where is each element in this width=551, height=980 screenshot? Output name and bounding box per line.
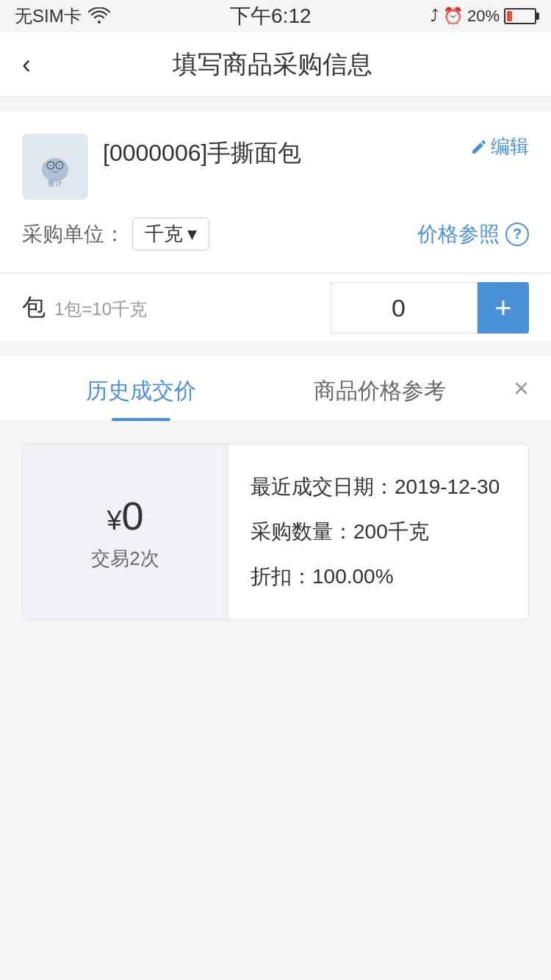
quantity-hint: 1包=10千克 — [54, 298, 147, 321]
history-trades: 交易2次 — [91, 546, 159, 572]
status-bar: 无SIM卡 下午6:12 ⤴ ⏰ 20% — [0, 0, 551, 32]
tab-history-price[interactable]: 历史成交价 — [22, 356, 260, 421]
quantity-unit-info: 包 1包=10千克 — [22, 292, 147, 324]
quantity-unit: 包 — [22, 292, 46, 324]
history-qty-row: 采购数量：200千克 — [251, 516, 506, 549]
history-section: ¥0 交易2次 最近成交日期：2019-12-30 采购数量：200千克 折扣：… — [0, 422, 551, 862]
tab-history-label: 历史成交价 — [86, 378, 196, 403]
product-thumb-icon: 鲁计 — [33, 145, 77, 189]
product-info: 鲁计 [0000006]手撕面包 — [22, 134, 301, 200]
battery-icon — [504, 8, 536, 24]
dropdown-arrow-icon: ▾ — [187, 223, 197, 245]
quantity-plus-button[interactable]: + — [478, 282, 529, 334]
product-name: [0000006]手撕面包 — [103, 134, 301, 170]
edit-label: 编辑 — [491, 134, 529, 159]
price-ref-button[interactable]: 价格参照 ? — [417, 220, 529, 248]
edit-button[interactable]: 编辑 — [470, 134, 529, 159]
svg-point-5 — [50, 165, 52, 167]
recent-date-label: 最近成交日期： — [251, 475, 395, 498]
tabs-close-button[interactable]: × — [499, 359, 529, 419]
status-time: 下午6:12 — [230, 2, 311, 30]
quantity-input[interactable] — [331, 282, 478, 334]
unit-selector[interactable]: 千克 ▾ — [132, 217, 209, 251]
edit-icon — [470, 138, 488, 156]
page-title: 填写商品采购信息 — [53, 48, 492, 82]
alarm-icon: ⏰ — [443, 7, 463, 26]
quantity-row: 包 1包=10千克 + — [0, 275, 551, 341]
product-thumbnail: 鲁计 — [22, 134, 88, 200]
history-date-row: 最近成交日期：2019-12-30 — [251, 471, 506, 504]
unit-label: 采购单位： 千克 ▾ — [22, 217, 209, 251]
info-icon: ? — [505, 223, 529, 246]
purchase-qty-label: 采购数量： — [251, 520, 353, 543]
product-card: 鲁计 [0000006]手撕面包 编辑 采购单位： 千克 ▾ 价格参照 ? — [0, 112, 551, 273]
history-discount-row: 折扣：100.00% — [251, 561, 506, 594]
status-right: ⤴ ⏰ 20% — [431, 7, 536, 26]
discount-value: 100.00% — [312, 565, 394, 588]
quantity-input-group: + — [331, 282, 529, 334]
svg-text:鲁计: 鲁计 — [48, 179, 62, 187]
tab-price-ref-label: 商品价格参考 — [314, 378, 446, 403]
svg-point-0 — [42, 158, 68, 181]
recent-date-value: 2019-12-30 — [395, 475, 500, 498]
tabs-bar: 历史成交价 商品价格参考 × — [0, 356, 551, 422]
unit-value: 千克 — [145, 221, 183, 247]
history-price-value: ¥0 — [107, 493, 143, 538]
carrier-text: 无SIM卡 — [15, 4, 82, 28]
svg-point-6 — [59, 165, 61, 167]
price-ref-label: 价格参照 — [417, 220, 500, 248]
tab-product-price-ref[interactable]: 商品价格参考 — [260, 356, 498, 421]
history-price-panel: ¥0 交易2次 — [23, 444, 228, 619]
wifi-icon — [87, 7, 111, 25]
purchase-qty-value: 200千克 — [353, 520, 429, 543]
discount-label: 折扣： — [251, 565, 312, 588]
history-card: ¥0 交易2次 最近成交日期：2019-12-30 采购数量：200千克 折扣：… — [22, 444, 529, 620]
back-button[interactable]: ‹ — [22, 49, 31, 80]
location-icon: ⤴ — [431, 7, 439, 26]
page-header: ‹ 填写商品采购信息 — [0, 32, 551, 97]
battery-pct: 20% — [467, 7, 500, 26]
status-left: 无SIM卡 — [15, 4, 111, 28]
currency-symbol: ¥ — [107, 505, 121, 536]
history-details: 最近成交日期：2019-12-30 采购数量：200千克 折扣：100.00% — [228, 444, 528, 619]
